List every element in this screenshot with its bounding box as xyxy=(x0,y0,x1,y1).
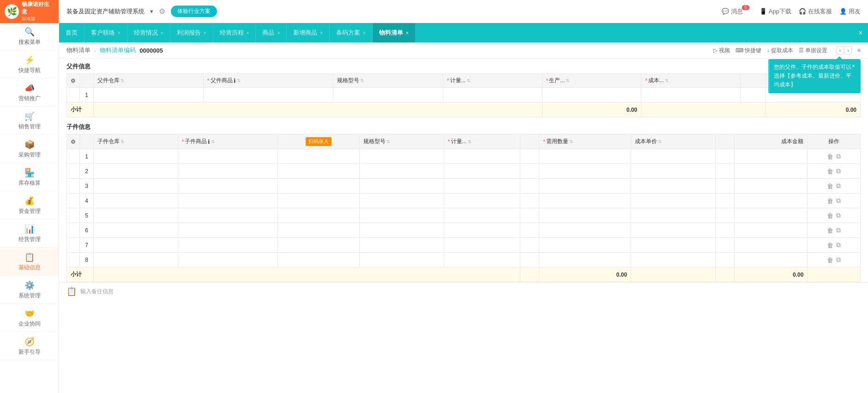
copy-icon[interactable]: ⧉ xyxy=(836,226,841,234)
copy-icon[interactable]: ⧉ xyxy=(836,256,841,264)
tab-history[interactable]: 经营历程 × xyxy=(213,23,256,42)
copy-icon[interactable]: ⧉ xyxy=(836,241,841,249)
user-menu[interactable]: 👤 用友 xyxy=(839,7,861,16)
delete-icon[interactable]: 🗑 xyxy=(827,227,833,234)
sidebar-item-finance[interactable]: 💰 资金管理 xyxy=(0,191,59,219)
message-btn[interactable]: 💬 消息 6 xyxy=(722,7,752,16)
breadcrumb-item1[interactable]: 物料清单 xyxy=(66,46,90,54)
child-table-row: 5 🗑⧉ xyxy=(67,208,861,223)
copy-icon[interactable]: ⧉ xyxy=(836,152,841,160)
parent-row-unit[interactable] xyxy=(443,88,542,103)
gear-icon[interactable]: ⚙ xyxy=(159,7,165,16)
delete-icon[interactable]: 🗑 xyxy=(827,197,833,205)
sidebar-item-quick-nav[interactable]: ⚡ 快捷导航 xyxy=(0,50,59,79)
dropdown-arrow-icon: ▾ xyxy=(150,8,153,15)
child-row1-qty[interactable] xyxy=(539,149,631,164)
scan-btn[interactable]: 扫码录入 xyxy=(306,137,332,146)
child-th-warehouse: 子件仓库⇅ xyxy=(94,134,178,149)
sidebar-item-operations[interactable]: 📊 经营管理 xyxy=(0,219,59,248)
tab-customers-close[interactable]: × xyxy=(118,30,121,36)
delete-icon[interactable]: 🗑 xyxy=(827,153,833,160)
tab-business-close[interactable]: × xyxy=(161,30,163,36)
sidebar-item-basic-info[interactable]: 📋 基础信息 xyxy=(0,248,59,276)
tab-new-goods[interactable]: 新增商品 × xyxy=(287,23,330,42)
tab-goods-close[interactable]: × xyxy=(277,30,280,36)
tab-history-close[interactable]: × xyxy=(247,30,249,36)
copy-icon[interactable]: ⧉ xyxy=(836,167,841,175)
single-settings-btn[interactable]: ☰ 单据设置 xyxy=(799,47,827,54)
delete-icon[interactable]: 🗑 xyxy=(827,256,833,264)
single-settings-label: 单据设置 xyxy=(805,47,827,54)
prev-arrow-btn[interactable]: ‹ xyxy=(837,46,844,54)
child-row1-product[interactable] xyxy=(178,149,277,164)
parent-row-warehouse[interactable] xyxy=(94,88,204,103)
sidebar-item-sales[interactable]: 🛒 销售管理 xyxy=(0,107,59,135)
parent-subtotal-row: 小计 0.00 0.00 xyxy=(67,103,861,117)
child-row1-spec[interactable] xyxy=(360,149,444,164)
parent-row-spec[interactable] xyxy=(333,88,443,103)
sidebar-item-guide[interactable]: 🧭 新手引导 xyxy=(0,332,59,360)
app-download-btn[interactable]: 📱 App下载 xyxy=(760,7,791,16)
sidebar-sales-label: 销售管理 xyxy=(18,123,41,131)
tooltip-text: 您的父件、子件的成本取值可以选择【参考成本、最新进价、平均成本】 xyxy=(774,64,851,88)
online-service-btn[interactable]: 🎧 在线客服 xyxy=(799,7,832,16)
sidebar-quick-nav-label: 快捷导航 xyxy=(18,67,41,74)
tab-barcode[interactable]: 条码方案 × xyxy=(330,23,373,42)
copy-icon[interactable]: ⧉ xyxy=(836,212,841,219)
child-th-setting[interactable]: ⚙ xyxy=(67,134,80,149)
logo-text: 畅康诺好生意 xyxy=(22,1,54,15)
tab-goods[interactable]: 商品 × xyxy=(256,23,287,42)
parent-th-setting[interactable]: ⚙ xyxy=(67,74,80,88)
extract-cost-btn[interactable]: ↓ 提取成本 xyxy=(767,47,793,54)
tab-profit[interactable]: 利润报告 × xyxy=(170,23,213,42)
parent-row-product[interactable] xyxy=(203,88,333,103)
system-icon: ⚙️ xyxy=(24,280,35,290)
close-all-btn[interactable]: × xyxy=(853,29,868,36)
copy-icon[interactable]: ⧉ xyxy=(836,182,841,190)
tab-bom-close[interactable]: × xyxy=(406,30,409,36)
delete-icon[interactable]: 🗑 xyxy=(827,182,833,190)
child-row1-warehouse[interactable] xyxy=(94,149,178,164)
child-row1-action: 🗑 ⧉ xyxy=(808,149,861,164)
copy-icon[interactable]: ⧉ xyxy=(836,197,841,205)
tab-bom[interactable]: 物料清单 × xyxy=(373,23,416,42)
sidebar-item-inventory[interactable]: 🏪 库存核算 xyxy=(0,163,59,191)
navtabs: 首页 客户联络 × 经营情况 × 利润报告 × 经营历程 × 商品 × 新增商品… xyxy=(59,23,868,42)
sidebar-item-system[interactable]: ⚙️ 系统管理 xyxy=(0,276,59,304)
sidebar-item-marketing[interactable]: 📣 营销推广 xyxy=(0,79,59,107)
parent-subtotal-spacer xyxy=(641,103,766,117)
system-dropdown[interactable]: ▾ xyxy=(150,8,153,15)
child-th-qty: *需用数量⇅ xyxy=(539,134,631,149)
tab-new-goods-close[interactable]: × xyxy=(320,30,323,36)
delete-icon[interactable]: 🗑 xyxy=(827,168,833,175)
experience-btn[interactable]: 体验行业方案 xyxy=(171,6,217,17)
sidebar-inventory-label: 库存核算 xyxy=(18,179,41,187)
tab-barcode-close[interactable]: × xyxy=(363,30,366,36)
tab-profit-close[interactable]: × xyxy=(204,30,206,36)
child-th-action: 操作 xyxy=(808,134,861,149)
delete-icon[interactable]: 🗑 xyxy=(827,242,833,249)
tab-business[interactable]: 经营情况 × xyxy=(127,23,170,42)
delete-icon[interactable]: 🗑 xyxy=(827,212,833,219)
tooltip-close[interactable]: × xyxy=(852,62,855,71)
shortcut-btn[interactable]: ⌨ 快捷键 xyxy=(735,47,761,54)
sidebar-item-purchase[interactable]: 📦 采购管理 xyxy=(0,135,59,163)
child-th-unit-cost: 成本单价⇅ xyxy=(631,134,716,149)
child-section: 子件信息 ⚙ 子件仓库⇅ *子件商品ℹ⇅ xyxy=(59,117,868,282)
tab-home[interactable]: 首页 xyxy=(59,23,84,42)
child-th-cost-spacer xyxy=(715,134,734,149)
child-row1-unit-cost[interactable] xyxy=(631,149,716,164)
sidebar-item-enterprise[interactable]: 🤝 企业协同 xyxy=(0,304,59,332)
sidebar-item-search[interactable]: 🔍 搜索菜单 xyxy=(0,23,59,50)
parent-row-cost[interactable] xyxy=(641,88,741,103)
parent-subtotal-amount: 0.00 xyxy=(765,103,860,117)
view-btn[interactable]: ▷ 视频 xyxy=(713,47,730,54)
tab-customers[interactable]: 客户联络 × xyxy=(84,23,127,42)
child-row1-unit[interactable] xyxy=(444,149,520,164)
sort-arrow: ⇅ xyxy=(121,78,124,83)
next-arrow-btn[interactable]: › xyxy=(844,46,852,54)
child-table-row: 2 🗑⧉ xyxy=(67,164,861,179)
menu-icon[interactable]: ≡ xyxy=(857,47,861,54)
parent-row-production[interactable] xyxy=(542,88,641,103)
toolbar-right: ▷ 视频 ⌨ 快捷键 ↓ 提取成本 ☰ 单据设置 xyxy=(713,46,861,54)
